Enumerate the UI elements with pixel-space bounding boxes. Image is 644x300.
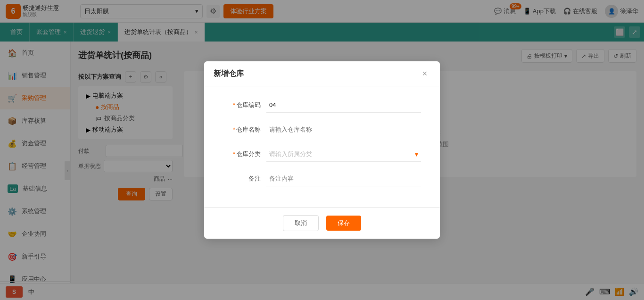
dialog-header: 新增仓库 × <box>204 61 440 86</box>
save-button[interactable]: 保存 <box>326 216 361 231</box>
name-input[interactable] <box>266 122 421 137</box>
dialog-new-warehouse: 新增仓库 × 仓库编码 仓库名称 仓库分类 请输入所属分类 ▾ <box>204 61 440 239</box>
dialog-footer: 取消 保存 <box>204 207 440 239</box>
remark-input[interactable] <box>266 171 421 186</box>
modal-overlay: 新增仓库 × 仓库编码 仓库名称 仓库分类 请输入所属分类 ▾ <box>0 0 644 300</box>
form-row-code: 仓库编码 <box>223 98 421 113</box>
category-select-wrap: 请输入所属分类 ▾ <box>266 147 421 162</box>
form-row-name: 仓库名称 <box>223 122 421 137</box>
dialog-body: 仓库编码 仓库名称 仓库分类 请输入所属分类 ▾ 备注 <box>204 86 440 207</box>
close-icon[interactable]: × <box>419 68 430 79</box>
category-label: 仓库分类 <box>223 150 261 158</box>
dialog-title: 新增仓库 <box>214 69 244 79</box>
code-label: 仓库编码 <box>223 101 261 109</box>
chevron-down-icon: ▾ <box>415 150 418 158</box>
remark-label: 备注 <box>223 175 261 183</box>
code-input[interactable] <box>266 98 421 113</box>
cancel-button[interactable]: 取消 <box>283 215 319 231</box>
form-row-remark: 备注 <box>223 171 421 186</box>
name-label: 仓库名称 <box>223 125 261 134</box>
category-select[interactable]: 请输入所属分类 <box>266 147 421 162</box>
form-row-category: 仓库分类 请输入所属分类 ▾ <box>223 147 421 162</box>
